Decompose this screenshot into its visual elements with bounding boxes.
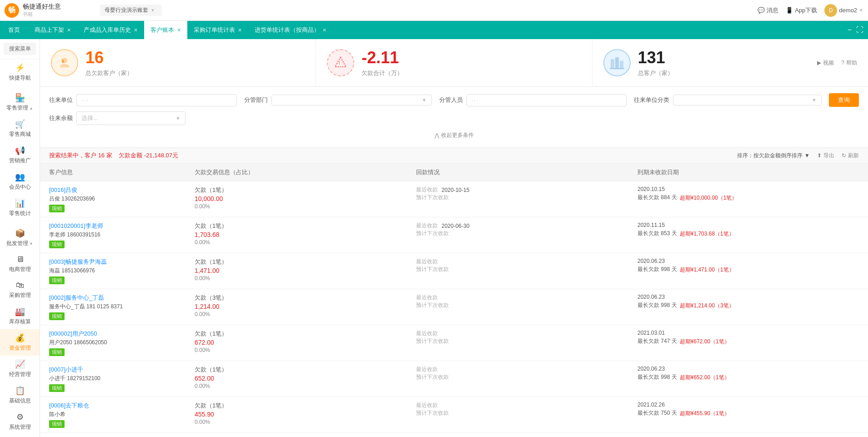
last-payment-label-1: 最近收款 bbox=[416, 222, 438, 230]
overdue-amount-3[interactable]: 超期¥1,214.00（3笔） bbox=[680, 302, 734, 310]
table-row: [0006]去下粮仓 陈小希 现销 欠款（1笔） 455.90 0.00% 最近… bbox=[40, 397, 868, 433]
tab-purchase-order-close-icon[interactable]: ✕ bbox=[238, 27, 242, 33]
customer-name-5[interactable]: [0007]小进千 bbox=[49, 366, 195, 374]
app-name: 畅捷通好生意 bbox=[23, 3, 61, 11]
tab-purchase-stats-close-icon[interactable]: ✕ bbox=[322, 27, 326, 33]
customer-contact-1: 李老师 18600391516 bbox=[49, 231, 195, 239]
sidebar-item-batch-mgmt[interactable]: 📦 批发管理 ▼ bbox=[0, 225, 40, 251]
tab-customer-account-close-icon[interactable]: ✕ bbox=[177, 27, 181, 33]
overdue-amount-2[interactable]: 超期¥1,471.00（1笔） bbox=[680, 266, 734, 274]
debt-amount-3[interactable]: 1,214.00 bbox=[195, 303, 416, 310]
user-name: demo2 bbox=[839, 7, 857, 14]
avatar: D bbox=[824, 4, 837, 17]
sidebar-item-nav[interactable]: ⚡ 快捷导航 bbox=[0, 59, 40, 85]
sidebar-item-retail-mall[interactable]: 🛒 零售商城 bbox=[0, 116, 40, 142]
dept-select[interactable]: ▼ bbox=[271, 95, 432, 105]
sidebar-item-finance[interactable]: 💰 资金管理 bbox=[0, 329, 40, 356]
dept-label: 分管部门 bbox=[244, 96, 268, 104]
debt-amount-6[interactable]: 455.90 bbox=[195, 411, 416, 418]
debt-count-5: 欠款（1笔） bbox=[195, 366, 416, 374]
balance-label: 往来余额 bbox=[49, 114, 73, 122]
sidebar-item-enterprise-coop[interactable]: 🤝 企业协同 bbox=[0, 435, 40, 437]
col-customer-info: 客户信息 bbox=[49, 168, 195, 176]
tab-production-history-close-icon[interactable]: ✕ bbox=[134, 27, 138, 33]
top-right-area: 💬 消息 📱 App下载 D demo2 ▼ bbox=[758, 4, 863, 17]
customer-info-0: [0016]吕俊 吕俊 13026203696 现销 bbox=[49, 186, 195, 212]
sidebar-item-purchase[interactable]: 🛍 采购管理 bbox=[0, 277, 40, 303]
sort-chevron-icon: ▼ bbox=[804, 152, 810, 159]
sidebar-item-basic-info[interactable]: 📋 基础信息 bbox=[0, 382, 40, 408]
tab-product-shelf[interactable]: 商品上下架 ✕ bbox=[28, 21, 77, 39]
debt-amount-0[interactable]: 10,000.00 bbox=[195, 195, 416, 202]
tab-purchase-stats[interactable]: 进货单统计表（按商品） ✕ bbox=[248, 21, 333, 39]
overdue-amount-1[interactable]: 超期¥1,703.68（1笔） bbox=[680, 230, 734, 238]
export-btn[interactable]: ⬆ 导出 bbox=[817, 152, 834, 160]
customer-name-3[interactable]: [0002]服务中心_丁磊 bbox=[49, 294, 195, 302]
basic-info-icon: 📋 bbox=[15, 386, 25, 396]
unit-category-select[interactable]: ▼ bbox=[673, 95, 822, 105]
dept-filter: 分管部门 ▼ bbox=[244, 95, 432, 105]
debt-amount-5[interactable]: 652.00 bbox=[195, 375, 416, 382]
overdue-amount-0[interactable]: 超期¥10,000.00（1笔） bbox=[680, 194, 738, 202]
maximize-btn[interactable]: ⛶ bbox=[856, 26, 863, 34]
svg-marker-2 bbox=[335, 57, 346, 67]
last-payment-date-1: 2020-06-30 bbox=[442, 223, 469, 229]
tab-purchase-order[interactable]: 采购订单统计表 ✕ bbox=[187, 21, 248, 39]
message-btn[interactable]: 💬 消息 bbox=[758, 6, 778, 15]
customer-name-1[interactable]: [0001020001]李老师 bbox=[49, 222, 195, 230]
overdue-amount-6[interactable]: 超期¥455.90（1笔） bbox=[680, 410, 730, 417]
collection-info-6: 最近收款 预计下次收款 bbox=[416, 402, 637, 417]
collapse-btn[interactable]: ⋀ 收起更多条件 bbox=[435, 131, 474, 139]
results-actions: 排序：按欠款金额倒序排序 ▼ ⬆ 导出 ↻ 刷新 bbox=[737, 152, 859, 160]
sidebar-item-marketing[interactable]: 📢 营销推广 bbox=[0, 142, 40, 168]
sidebar-item-operations[interactable]: 📈 经营管理 bbox=[0, 356, 40, 382]
svg-rect-4 bbox=[611, 59, 614, 68]
tab-production-history[interactable]: 产成品入库单历史 ✕ bbox=[77, 21, 144, 39]
last-payment-label-6: 最近收款 bbox=[416, 402, 438, 409]
view-video-btn[interactable]: ▶ 视频 bbox=[817, 59, 834, 67]
debt-percent-1: 0.00% bbox=[195, 239, 416, 246]
sidebar-item-member[interactable]: 👥 会员中心 bbox=[0, 168, 40, 195]
customer-name-0[interactable]: [0016]吕俊 bbox=[49, 186, 195, 194]
balance-select[interactable]: 选择... ▼ bbox=[76, 111, 186, 125]
refresh-btn[interactable]: ↻ 刷新 bbox=[842, 152, 859, 160]
overdue-amount-5[interactable]: 超期¥652.00（1笔） bbox=[680, 374, 730, 382]
sidebar-item-system[interactable]: ⚙ 系统管理 bbox=[0, 408, 40, 435]
store-selector[interactable]: 母婴行业演示账套 ▼ bbox=[100, 5, 162, 16]
debt-amount-1[interactable]: 1,703.68 bbox=[195, 231, 416, 238]
user-menu-btn[interactable]: D demo2 ▼ bbox=[824, 4, 863, 17]
sidebar-item-retail-mgmt[interactable]: 🏪 零售管理 ▲ bbox=[0, 89, 40, 116]
tab-product-shelf-close-icon[interactable]: ✕ bbox=[67, 27, 71, 33]
customer-contact-4: 用户2050 18665062050 bbox=[49, 339, 195, 347]
sidebar-search-btn[interactable]: 搜索菜单 bbox=[4, 43, 36, 55]
tab-customer-account[interactable]: 客户账本 ✕ bbox=[144, 21, 187, 39]
source-unit-input[interactable]: ··· bbox=[76, 94, 237, 106]
app-download-btn[interactable]: 📱 App下载 bbox=[786, 6, 817, 15]
col-collection-info: 回款情况 bbox=[416, 168, 637, 176]
sidebar-item-ecommerce-label: 电商管理 bbox=[9, 266, 31, 273]
customer-name-6[interactable]: [0006]去下粮仓 bbox=[49, 402, 195, 410]
help-btn[interactable]: ? 帮助 bbox=[841, 59, 857, 67]
sidebar-item-retail-stats[interactable]: 📊 零售统计 bbox=[0, 195, 40, 221]
customer-name-2[interactable]: [0003]畅捷服务尹海蕊 bbox=[49, 258, 195, 266]
retail-mall-icon: 🛒 bbox=[15, 119, 25, 129]
due-date-3: 2020.06.23 bbox=[637, 294, 859, 300]
debt-amount-2[interactable]: 1,471.00 bbox=[195, 267, 416, 274]
sidebar-item-ecommerce[interactable]: 🖥 电商管理 bbox=[0, 251, 40, 277]
batch-mgmt-arrow-icon: ▼ bbox=[29, 241, 33, 246]
tab-home[interactable]: 首页 bbox=[0, 21, 28, 39]
collapse-row: ⋀ 收起更多条件 bbox=[49, 130, 859, 141]
overdue-customers-label: 总欠款客户（家） bbox=[85, 69, 133, 77]
minimize-btn[interactable]: − bbox=[848, 26, 852, 34]
debt-amount-4[interactable]: 672.00 bbox=[195, 339, 416, 346]
due-date-1: 2020.11.15 bbox=[637, 222, 859, 228]
manager-input[interactable]: ··· bbox=[467, 94, 627, 106]
customer-tag-4: 现销 bbox=[49, 348, 65, 356]
sort-select[interactable]: 排序：按欠款金额倒序排序 ▼ bbox=[737, 152, 810, 160]
search-button[interactable]: 查询 bbox=[829, 93, 859, 107]
due-date-5: 2020.06.23 bbox=[637, 366, 859, 372]
customer-name-4[interactable]: [000002]用户2050 bbox=[49, 330, 195, 338]
overdue-amount-4[interactable]: 超期¥672.00（1笔） bbox=[680, 338, 730, 346]
sidebar-item-warehouse[interactable]: 🏭 库存核算 bbox=[0, 303, 40, 329]
manager-filter: 分管人员 ··· bbox=[439, 94, 627, 106]
